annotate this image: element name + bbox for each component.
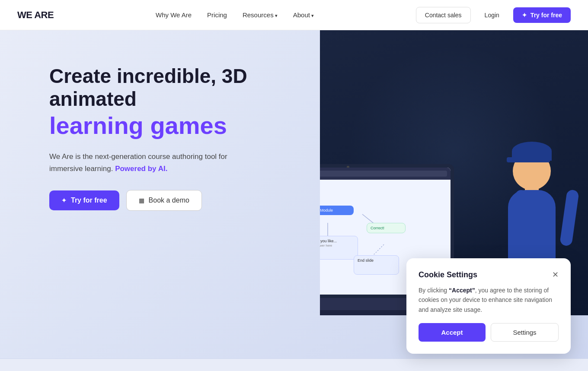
try-for-free-hero-label: Try for free	[71, 197, 107, 204]
cookie-accept-word: “Accept”	[449, 287, 475, 294]
nav-link-pricing[interactable]: Pricing	[207, 11, 227, 19]
hero-title-line2: learning games	[49, 112, 291, 139]
hero-buttons: Try for free Book a demo	[49, 190, 291, 211]
cookie-title: Cookie Settings	[419, 270, 477, 279]
nav-actions: Contact sales Login Try for free	[416, 7, 571, 23]
try-for-free-hero-button[interactable]: Try for free	[49, 190, 119, 210]
hero-text-block: Create incredible, 3D animated learning …	[49, 65, 291, 211]
try-for-free-nav-label: Try for free	[530, 12, 562, 19]
nav-item-about[interactable]: About	[293, 11, 314, 19]
nav-links: Why We Are Pricing Resources About	[156, 11, 314, 19]
site-logo[interactable]: WE ARE	[17, 10, 54, 21]
cookie-header: Cookie Settings ✕	[419, 270, 559, 279]
nav-link-resources[interactable]: Resources	[243, 11, 278, 19]
nav-item-pricing[interactable]: Pricing	[207, 11, 227, 19]
hero-title-line1: Create incredible, 3D animated	[49, 65, 291, 111]
cookie-buttons: Accept Settings	[419, 323, 559, 342]
sparkle-icon	[522, 12, 527, 19]
cookie-accept-button[interactable]: Accept	[419, 323, 486, 342]
cookie-text: By clicking “Accept”, you agree to the s…	[419, 285, 559, 314]
hero-powered-text: Powered by AI.	[115, 165, 167, 173]
cookie-settings-button[interactable]: Settings	[491, 323, 559, 342]
book-demo-button[interactable]: Book a demo	[126, 190, 202, 211]
navbar: WE ARE Why We Are Pricing Resources Abou…	[0, 0, 588, 30]
sparkle-hero-icon	[61, 197, 67, 204]
login-button[interactable]: Login	[476, 7, 508, 23]
trusted-bar: Trusted by top organizations: ANTON SPOR…	[0, 358, 588, 371]
cookie-body-prefix: By clicking	[419, 287, 449, 294]
contact-sales-button[interactable]: Contact sales	[416, 7, 471, 23]
cookie-close-button[interactable]: ✕	[552, 271, 559, 279]
book-demo-label: Book a demo	[149, 197, 189, 204]
nav-item-why[interactable]: Why We Are	[156, 11, 192, 19]
nav-link-why[interactable]: Why We Are	[156, 11, 192, 19]
hero-description: We Are is the next-generation course aut…	[49, 151, 261, 174]
try-for-free-nav-button[interactable]: Try for free	[513, 7, 571, 23]
demo-icon	[139, 197, 144, 204]
nav-link-about[interactable]: About	[293, 11, 314, 19]
nav-item-resources[interactable]: Resources	[243, 11, 278, 19]
cookie-banner: Cookie Settings ✕ By clicking “Accept”, …	[406, 258, 571, 354]
